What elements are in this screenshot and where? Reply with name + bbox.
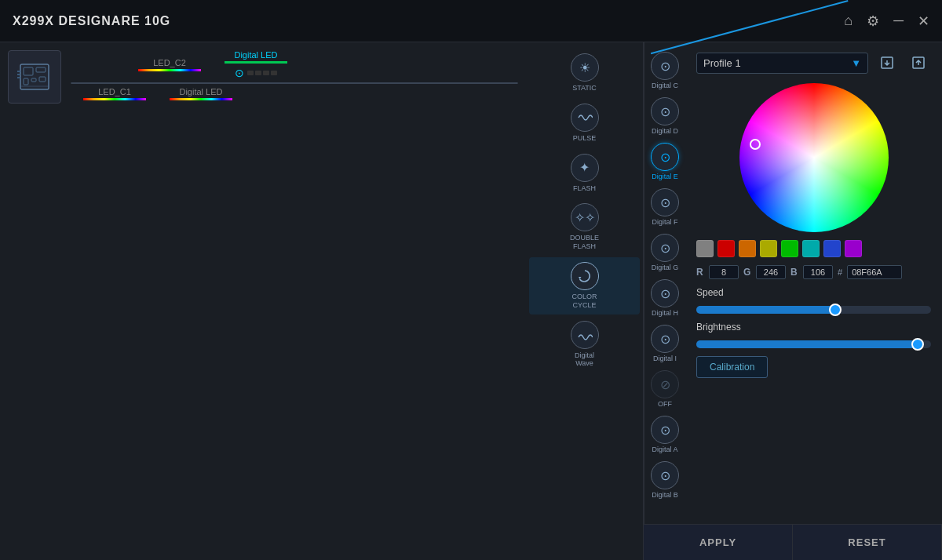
tab-bottom-led-c1-bar — [83, 98, 146, 100]
profile-dropdown-icon: ▼ — [851, 57, 861, 69]
g-input[interactable] — [756, 265, 786, 279]
digital-d-icon: ⊙ — [651, 97, 679, 125]
tab-led-c2[interactable]: LED_C2 — [130, 58, 209, 71]
preset-cyan[interactable] — [802, 240, 820, 257]
hash-label: # — [838, 267, 842, 277]
digital-col: ⊙ Digital C ⊙ Digital D ⊙ Digital E ⊙ Di… — [644, 42, 685, 560]
speed-label: Speed — [696, 287, 931, 298]
svg-rect-1 — [24, 67, 33, 75]
brightness-track[interactable] — [696, 340, 931, 348]
static-icon: ☀ — [571, 53, 599, 82]
effect-double-flash[interactable]: ✧✧ DOUBLEFLASH — [529, 198, 640, 256]
double-flash-label: DOUBLEFLASH — [570, 234, 599, 251]
hex-input[interactable] — [847, 265, 902, 279]
bottom-actions: APPLY RESET — [644, 524, 942, 560]
tab-bottom-digital-led[interactable]: Digital LED — [162, 87, 240, 100]
speed-fill — [696, 306, 837, 314]
digital-a-icon: ⊙ — [651, 416, 679, 444]
bottom-tabs-row: LED_C1 Digital LED — [68, 87, 518, 104]
svg-rect-4 — [31, 78, 36, 82]
off-label: OFF — [658, 400, 672, 408]
digital-g-label: Digital G — [652, 264, 679, 271]
digital-c-item[interactable]: ⊙ Digital C — [648, 49, 682, 93]
apply-button[interactable]: APPLY — [644, 525, 793, 560]
color-wheel[interactable] — [739, 83, 889, 232]
b-input[interactable] — [803, 265, 833, 279]
effects-panel: ☀ STATIC PULSE ✦ FLASH ✧✧ DOUBLEFLASH — [526, 42, 644, 560]
preset-red[interactable] — [717, 240, 735, 257]
window-controls: ⌂ ⚙ ─ ✕ — [844, 13, 929, 30]
effects-digital-row: ☀ STATIC PULSE ✦ FLASH ✧✧ DOUBLEFLASH — [526, 42, 685, 560]
tab-digital-led[interactable]: Digital LED ⊙ — [217, 50, 295, 79]
off-item[interactable]: ⊘ OFF — [648, 367, 682, 411]
digital-f-item[interactable]: ⊙ Digital F — [648, 185, 682, 229]
home-icon[interactable]: ⌂ — [844, 13, 853, 29]
color-wheel-cursor — [750, 139, 761, 150]
color-wheel-container[interactable] — [696, 83, 931, 232]
digital-g-icon: ⊙ — [651, 234, 679, 262]
digital-b-icon: ⊙ — [651, 461, 679, 489]
g-label: G — [743, 267, 751, 278]
speed-track[interactable] — [696, 306, 931, 314]
pulse-icon — [571, 104, 599, 132]
preset-orange[interactable] — [739, 240, 756, 257]
profile-select[interactable]: Profile 1 ▼ — [696, 53, 868, 74]
preset-purple[interactable] — [845, 240, 862, 257]
digital-f-label: Digital F — [652, 218, 677, 226]
svg-rect-9 — [17, 77, 20, 78]
tab-bottom-led-c1[interactable]: LED_C1 — [75, 87, 154, 100]
digital-g-item[interactable]: ⊙ Digital G — [648, 231, 682, 275]
digital-b-item[interactable]: ⊙ Digital B — [648, 458, 682, 502]
preset-gray[interactable] — [696, 240, 714, 257]
flash-label: FLASH — [573, 184, 596, 193]
digital-wave-label: DigitalWave — [575, 351, 594, 369]
digital-a-label: Digital A — [652, 445, 677, 453]
window-title: X299X DESIGNARE 10G — [13, 14, 170, 28]
calibration-button[interactable]: Calibration — [696, 356, 768, 378]
tabs-row: LED_C2 Digital LED ⊙ — [68, 50, 518, 79]
motherboard-preview — [71, 82, 518, 84]
digital-h-item[interactable]: ⊙ Digital H — [648, 276, 682, 320]
tab-digital-led-bar — [225, 61, 287, 64]
digital-e-icon: ⊙ — [651, 143, 679, 171]
brightness-thumb[interactable] — [911, 338, 924, 351]
preset-yellow[interactable] — [760, 240, 777, 257]
main-layout: LED_C2 Digital LED ⊙ — [0, 42, 942, 560]
off-icon: ⊘ — [651, 370, 679, 398]
r-input[interactable] — [709, 265, 739, 279]
tab-bottom-digital-led-bar — [170, 98, 232, 100]
digital-d-item[interactable]: ⊙ Digital D — [648, 94, 682, 138]
svg-rect-7 — [17, 71, 20, 72]
digital-e-item[interactable]: ⊙ Digital E — [648, 140, 682, 184]
digital-a-item[interactable]: ⊙ Digital A — [648, 413, 682, 456]
preset-blue[interactable] — [823, 240, 841, 257]
preset-colors — [696, 240, 931, 257]
double-flash-icon: ✧✧ — [571, 203, 599, 231]
profile-import-btn[interactable] — [874, 50, 900, 75]
speed-thumb[interactable] — [829, 304, 842, 316]
effect-flash[interactable]: ✦ FLASH — [529, 149, 640, 198]
digital-h-icon: ⊙ — [651, 279, 679, 307]
close-icon[interactable]: ✕ — [918, 13, 929, 30]
b-label: B — [790, 267, 798, 278]
digital-f-icon: ⊙ — [651, 188, 679, 216]
tab-bottom-digital-led-label: Digital LED — [179, 87, 222, 96]
svg-rect-5 — [39, 77, 46, 82]
digital-i-icon: ⊙ — [651, 325, 679, 353]
digital-b-label: Digital B — [652, 491, 678, 499]
speed-section: Speed — [696, 287, 931, 314]
svg-rect-3 — [24, 78, 28, 85]
device-icon[interactable] — [8, 50, 61, 104]
profile-export-btn[interactable] — [906, 50, 931, 75]
effect-color-cycle[interactable]: COLORCYCLE — [529, 257, 640, 315]
effect-static[interactable]: ☀ STATIC — [529, 49, 640, 97]
preset-green[interactable] — [781, 240, 798, 257]
settings-icon[interactable]: ⚙ — [867, 13, 879, 30]
color-cycle-label: COLORCYCLE — [571, 293, 597, 310]
effect-pulse[interactable]: PULSE — [529, 99, 640, 147]
reset-button[interactable]: RESET — [793, 525, 942, 560]
digital-i-item[interactable]: ⊙ Digital I — [648, 322, 682, 365]
minimize-icon[interactable]: ─ — [893, 13, 904, 29]
effect-digital-wave[interactable]: DigitalWave — [529, 316, 640, 373]
digital-i-label: Digital I — [653, 355, 677, 362]
